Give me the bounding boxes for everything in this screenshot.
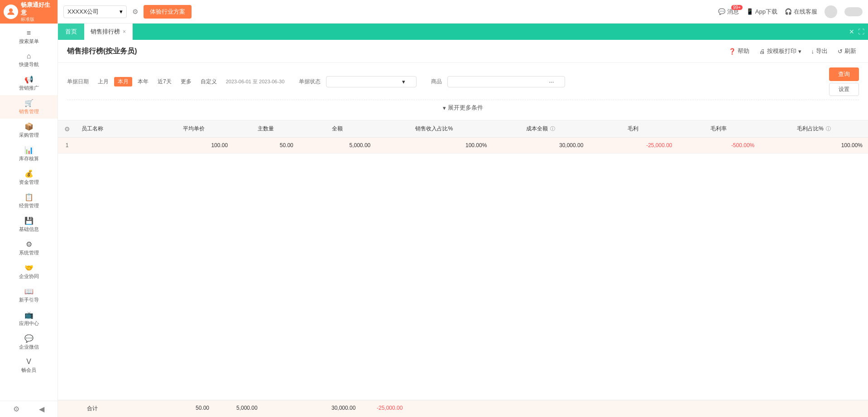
topbar-settings-icon[interactable]: ⚙ bbox=[130, 6, 140, 18]
cell-profit: -25,000.00 bbox=[589, 138, 677, 153]
sidebar-item-3[interactable]: 🛒销售管理 bbox=[0, 95, 58, 119]
nav-icon-4: 📦 bbox=[24, 122, 34, 131]
date-tab-current-month[interactable]: 本月 bbox=[114, 77, 132, 86]
status-filter-label: 单据状态 bbox=[299, 78, 321, 86]
date-tab-7days[interactable]: 近7天 bbox=[154, 77, 175, 86]
col-settings[interactable]: ⚙ bbox=[58, 120, 76, 138]
topbar-right: 💬 消息 99+ 📱 App下载 🎧 在线客服 bbox=[718, 5, 863, 18]
help-btn[interactable]: ❓ 帮助 bbox=[726, 45, 752, 57]
sidebar-item-11[interactable]: 📖新手引导 bbox=[0, 283, 58, 307]
nav-icon-13: 💬 bbox=[24, 334, 34, 343]
print-dropdown-icon: ▾ bbox=[798, 48, 801, 55]
footer-margin bbox=[417, 405, 453, 412]
home-label: 首页 bbox=[65, 28, 77, 36]
sidebar-settings-icon[interactable]: ⚙ bbox=[13, 405, 19, 413]
nav-icon-2: 📢 bbox=[24, 75, 34, 84]
export-btn[interactable]: ↓ 导出 bbox=[809, 45, 831, 57]
topbar: XXXXX公司 ▾ ⚙ 体验行业方案 💬 消息 99+ 📱 App下载 🎧 在线… bbox=[58, 0, 868, 24]
app-download-btn[interactable]: 📱 App下载 bbox=[746, 8, 777, 16]
company-selector[interactable]: XXXXX公司 ▾ bbox=[63, 5, 127, 18]
avatar[interactable] bbox=[825, 5, 837, 18]
date-tab-prev-month[interactable]: 上月 bbox=[94, 77, 112, 86]
expand-filter-btn[interactable]: ▾ 展开更多条件 bbox=[437, 102, 489, 114]
sidebar-item-12[interactable]: 📺应用中心 bbox=[0, 307, 58, 331]
online-service-btn[interactable]: 🎧 在线客服 bbox=[785, 8, 817, 16]
sidebar-item-6[interactable]: 💰资金管理 bbox=[0, 166, 58, 189]
date-tab-custom[interactable]: 自定义 bbox=[197, 77, 221, 86]
logo-icon bbox=[4, 5, 18, 19]
footer-profit: -25,000.00 bbox=[371, 405, 417, 412]
nav-label-9: 系统管理 bbox=[19, 249, 39, 256]
sidebar-item-5[interactable]: 📊库存核算 bbox=[0, 142, 58, 166]
sidebar-item-9[interactable]: ⚙系统管理 bbox=[0, 236, 58, 260]
tab-label: 销售排行榜 bbox=[91, 28, 120, 36]
nav-icon-8: 💾 bbox=[24, 216, 34, 225]
cell-margin: -500.00% bbox=[678, 138, 760, 153]
sidebar-item-0[interactable]: ≡搜索菜单 bbox=[0, 25, 58, 48]
col-margin: 毛利率 bbox=[678, 120, 760, 138]
refresh-label: 刷新 bbox=[844, 47, 856, 55]
query-button[interactable]: 查询 bbox=[829, 67, 859, 81]
col-profit: 毛利 bbox=[589, 120, 677, 138]
sidebar-item-10[interactable]: 🤝企业协同 bbox=[0, 260, 58, 283]
logo-text: 畅康通好生意 标准版 bbox=[21, 1, 54, 23]
nav-icon-5: 📊 bbox=[24, 146, 34, 154]
expand-row: ▾ 展开更多条件 bbox=[67, 100, 859, 115]
sidebar-item-2[interactable]: 📢营销推广 bbox=[0, 72, 58, 95]
tab-home[interactable]: 首页 bbox=[58, 24, 84, 40]
nav-icon-0: ≡ bbox=[27, 29, 31, 37]
nav-label-10: 企业协同 bbox=[19, 273, 39, 280]
nav-label-11: 新手引导 bbox=[19, 297, 39, 303]
sidebar-item-14[interactable]: V畅会员 bbox=[0, 354, 58, 377]
tab-close-all-icon[interactable]: ✕ bbox=[849, 28, 854, 35]
sidebar-item-7[interactable]: 📋经营管理 bbox=[0, 189, 58, 213]
table-row[interactable]: 1 100.00 50.00 5,000.00 100.00% 30,000.0… bbox=[58, 138, 868, 153]
date-tab-more[interactable]: 更多 bbox=[177, 77, 195, 86]
col-profit-pct: 毛利占比% ⓘ bbox=[760, 120, 868, 138]
tab-sales-ranking[interactable]: 销售排行榜 × bbox=[84, 24, 133, 40]
nav-icon-1: ⌂ bbox=[27, 52, 31, 60]
footer-label: 合计 bbox=[82, 405, 149, 412]
nav-icon-11: 📖 bbox=[24, 287, 34, 296]
page-title: 销售排行榜(按业务员) bbox=[67, 47, 137, 56]
footer-profit-pct bbox=[453, 405, 464, 412]
sidebar-item-13[interactable]: 💬企业微信 bbox=[0, 331, 58, 354]
tab-close-icon[interactable]: × bbox=[123, 29, 126, 35]
sidebar-item-8[interactable]: 💾基础信息 bbox=[0, 213, 58, 236]
table-container: ⚙ 员工名称 平均单价 主数量 全额 销售收入占比% 成本全额 ⓘ 毛利 毛利率… bbox=[58, 120, 868, 400]
trial-button[interactable]: 体验行业方案 bbox=[144, 5, 192, 19]
nav-label-2: 营销推广 bbox=[19, 85, 39, 91]
online-service-label: 在线客服 bbox=[794, 8, 817, 16]
footer-amount: 5,000.00 bbox=[231, 405, 276, 412]
message-btn[interactable]: 💬 消息 99+ bbox=[718, 8, 739, 16]
message-icon: 💬 bbox=[718, 8, 725, 15]
nav-icon-6: 💰 bbox=[24, 169, 34, 178]
sidebar: 畅康通好生意 标准版 ≡搜索菜单⌂快捷导航📢营销推广🛒销售管理📦采购管理📊库存核… bbox=[0, 0, 58, 417]
tab-expand-icon[interactable]: ⛶ bbox=[858, 28, 864, 35]
status-select[interactable]: ▾ bbox=[326, 76, 417, 87]
nav-label-5: 库存核算 bbox=[19, 155, 39, 162]
company-dropdown-icon: ▾ bbox=[120, 8, 123, 15]
date-tabs: 上月 本月 本年 近7天 更多 自定义 bbox=[94, 77, 221, 86]
cost-info-icon[interactable]: ⓘ bbox=[550, 126, 555, 131]
date-tab-current-year[interactable]: 本年 bbox=[134, 77, 152, 86]
sidebar-item-4[interactable]: 📦采购管理 bbox=[0, 119, 58, 142]
col-amount: 全额 bbox=[299, 120, 376, 138]
nav-icon-12: 📺 bbox=[24, 311, 34, 319]
nav-icon-10: 🤝 bbox=[24, 264, 34, 272]
cell-main-qty: 50.00 bbox=[233, 138, 299, 153]
sidebar-item-1[interactable]: ⌂快捷导航 bbox=[0, 48, 58, 72]
col-avg-price: 平均单价 bbox=[155, 120, 234, 138]
print-btn[interactable]: 🖨 按模板打印 ▾ bbox=[757, 45, 804, 57]
cell-profit-pct: 100.00% bbox=[760, 138, 868, 153]
refresh-btn[interactable]: ↺ 刷新 bbox=[835, 45, 859, 57]
goods-select[interactable]: ··· bbox=[447, 76, 565, 87]
profit-pct-info-icon[interactable]: ⓘ bbox=[826, 126, 831, 131]
user-name[interactable] bbox=[844, 7, 863, 16]
sidebar-collapse-icon[interactable]: ◀ bbox=[39, 405, 44, 413]
settings-button[interactable]: 设置 bbox=[829, 83, 859, 96]
help-icon: ❓ bbox=[729, 48, 736, 55]
cell-rank: 1 bbox=[58, 138, 76, 153]
footer-avg-price bbox=[149, 405, 190, 412]
table-header-row: ⚙ 员工名称 平均单价 主数量 全额 销售收入占比% 成本全额 ⓘ 毛利 毛利率… bbox=[58, 120, 868, 138]
